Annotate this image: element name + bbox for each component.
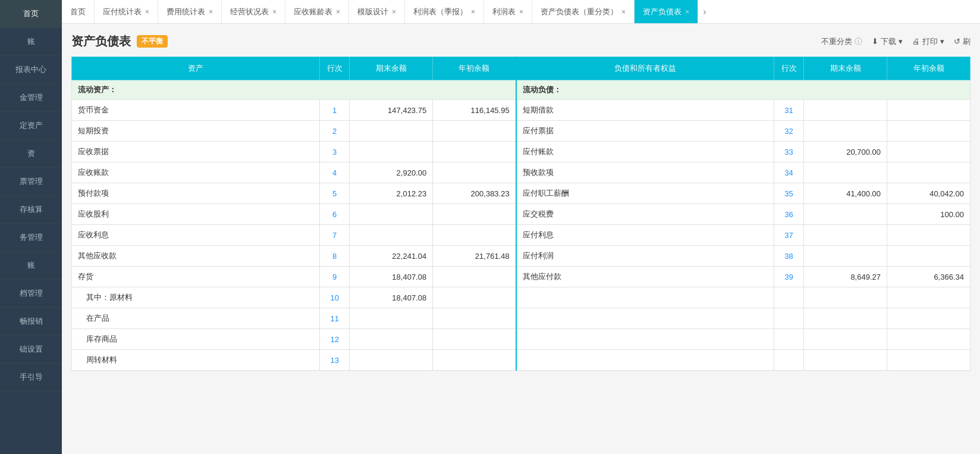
sidebar-item-home[interactable]: 首页 <box>0 0 62 28</box>
start-balance-right <box>887 100 970 121</box>
header-row-num-right: 行次 <box>774 57 804 80</box>
tab-payable-stats[interactable]: 应付统计表 × <box>95 0 158 24</box>
content-area: 资产负债表 不平衡 不重分类 ⓘ ⬇ 下载 ▾ 🖨 打印 ▾ <box>62 24 980 454</box>
sidebar-item-account[interactable]: 账 <box>0 28 62 56</box>
tab-bar: 首页 应付统计表 × 费用统计表 × 经营状况表 × 应收账龄表 × 模版设计 … <box>62 0 980 24</box>
sidebar-item-inventory[interactable]: 存核算 <box>0 196 62 224</box>
tab-right-arrow[interactable]: › <box>698 7 711 17</box>
sidebar-item-tax[interactable]: 务管理 <box>0 224 62 252</box>
end-balance-right: 41,400.00 <box>804 183 887 204</box>
close-icon[interactable]: × <box>145 8 149 16</box>
sidebar-item-ledger[interactable]: 账 <box>0 252 62 280</box>
row-num-right: 32 <box>774 121 804 142</box>
tab-balance-sheet[interactable]: 资产负债表 × <box>635 0 698 24</box>
close-icon[interactable]: × <box>621 8 626 16</box>
close-icon[interactable]: × <box>392 8 396 16</box>
start-balance-right <box>887 225 970 246</box>
sidebar-item-archive[interactable]: 档管理 <box>0 280 62 308</box>
tab-expense-stats[interactable]: 费用统计表 × <box>158 0 222 24</box>
row-num-left: 13 <box>320 350 350 371</box>
row-num-left: 8 <box>320 246 350 267</box>
page-title-right: 不重分类 ⓘ ⬇ 下载 ▾ 🖨 打印 ▾ ↺ 刷 <box>821 36 970 47</box>
sidebar: 首页 账 报表中心 金管理 定资产 资 票管理 存核算 务管理 账 档管理 畅报… <box>0 0 62 454</box>
tab-template-design[interactable]: 模版设计 × <box>349 0 405 24</box>
sidebar-item-fixed-assets[interactable]: 定资产 <box>0 112 62 140</box>
header-start-balance-right: 年初余额 <box>887 57 970 80</box>
end-balance-right: 8,649.27 <box>804 267 887 287</box>
tab-expense-stats-label: 费用统计表 <box>167 7 205 17</box>
end-balance-left: 18,407.08 <box>350 267 433 287</box>
start-balance-right <box>887 142 970 162</box>
sidebar-item-expense[interactable]: 畅报销 <box>0 308 62 336</box>
liability-name: 应付利润 <box>516 246 774 267</box>
tab-receivable-aging[interactable]: 应收账龄表 × <box>285 0 349 24</box>
end-balance-left: 2,920.00 <box>350 162 433 183</box>
sidebar-item-reports[interactable]: 报表中心 <box>0 56 62 84</box>
table-row: 应收票据 3 应付账款 33 20,700.00 <box>72 142 970 162</box>
row-num-left: 7 <box>320 225 350 246</box>
row-num-left: 2 <box>320 121 350 142</box>
end-balance-left <box>350 204 433 225</box>
close-icon[interactable]: × <box>519 8 523 16</box>
end-balance-right <box>804 121 887 142</box>
end-balance-left <box>350 225 433 246</box>
liability-name <box>516 329 774 350</box>
close-icon[interactable]: × <box>471 8 475 16</box>
download-action[interactable]: ⬇ 下载 ▾ <box>872 36 903 47</box>
liability-name: 应交税费 <box>516 204 774 225</box>
tab-profit-quarterly-label: 利润表（季报） <box>413 7 467 17</box>
tab-receivable-aging-label: 应收账龄表 <box>294 7 332 17</box>
row-num-right: 38 <box>774 246 804 267</box>
tab-home[interactable]: 首页 <box>62 0 95 24</box>
sidebar-item-capital[interactable]: 资 <box>0 140 62 168</box>
row-num-right: 39 <box>774 267 804 287</box>
table-row: 短期投资 2 应付票据 32 <box>72 121 970 142</box>
asset-name: 其他应收款 <box>72 246 320 267</box>
tab-profit[interactable]: 利润表 × <box>484 0 532 24</box>
liability-name <box>516 350 774 371</box>
liability-name: 应付账款 <box>516 142 774 162</box>
sidebar-item-funds[interactable]: 金管理 <box>0 84 62 112</box>
tab-operation[interactable]: 经营状况表 × <box>222 0 285 24</box>
start-balance-right <box>887 350 970 371</box>
row-num-left: 12 <box>320 329 350 350</box>
section-header-row: 流动资产： 流动负债： <box>72 80 970 100</box>
print-label: 打印 <box>922 36 938 47</box>
tab-balance-reclassify[interactable]: 资产负债表（重分类） × <box>532 0 635 24</box>
row-num-right: 31 <box>774 100 804 121</box>
start-balance-left <box>433 121 516 142</box>
unbalanced-badge: 不平衡 <box>137 35 168 48</box>
row-num-right <box>774 350 804 371</box>
table-row: 库存商品 12 <box>72 329 970 350</box>
tab-balance-reclassify-label: 资产负债表（重分类） <box>541 7 618 17</box>
liability-name: 应付票据 <box>516 121 774 142</box>
table-row: 应收账款 4 2,920.00 预收款项 34 <box>72 162 970 183</box>
tab-profit-quarterly[interactable]: 利润表（季报） × <box>405 0 484 24</box>
refresh-icon: ↺ <box>954 37 960 46</box>
table-row: 应收股利 6 应交税费 36 100.00 <box>72 204 970 225</box>
no-reclassify-action[interactable]: 不重分类 ⓘ <box>821 36 862 47</box>
liability-name <box>516 308 774 329</box>
close-icon[interactable]: × <box>272 8 277 16</box>
sidebar-item-guide[interactable]: 手引导 <box>0 364 62 392</box>
row-num-right: 35 <box>774 183 804 204</box>
tab-home-label: 首页 <box>70 7 86 17</box>
refresh-action[interactable]: ↺ 刷 <box>954 36 970 47</box>
end-balance-left <box>350 308 433 329</box>
end-balance-right <box>804 100 887 121</box>
close-icon[interactable]: × <box>336 8 340 16</box>
print-action[interactable]: 🖨 打印 ▾ <box>912 36 944 47</box>
start-balance-right <box>887 287 970 308</box>
end-balance-right <box>804 225 887 246</box>
header-row-num-left: 行次 <box>320 57 350 80</box>
table-row: 其他应收款 8 22,241.04 21,761.48 应付利润 38 <box>72 246 970 267</box>
sidebar-item-settings[interactable]: 础设置 <box>0 336 62 364</box>
asset-name: 库存商品 <box>72 329 320 350</box>
close-icon[interactable]: × <box>685 8 689 16</box>
close-icon[interactable]: × <box>209 8 213 16</box>
asset-name: 在产品 <box>72 308 320 329</box>
sidebar-item-tickets[interactable]: 票管理 <box>0 168 62 196</box>
row-num-right: 34 <box>774 162 804 183</box>
header-start-balance-left: 年初余额 <box>433 57 516 80</box>
page-title-row: 资产负债表 不平衡 不重分类 ⓘ ⬇ 下载 ▾ 🖨 打印 ▾ <box>71 33 970 49</box>
